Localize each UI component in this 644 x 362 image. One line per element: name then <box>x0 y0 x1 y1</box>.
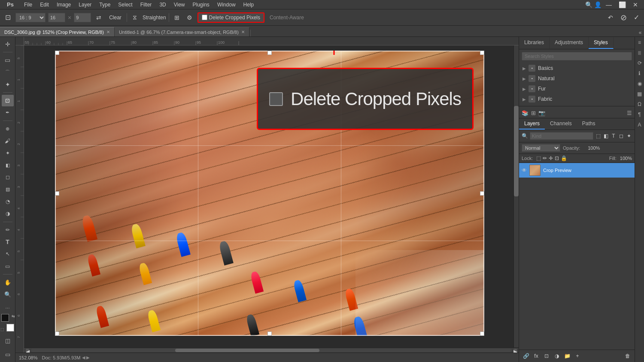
grid-icon[interactable]: ⊞ <box>172 12 182 23</box>
style-group-fabric[interactable]: ▶ ▪ Fabric <box>519 94 635 104</box>
crop-handle-br[interactable] <box>480 332 484 336</box>
scroll-left-btn[interactable]: ◀ <box>26 349 29 352</box>
user-icon[interactable]: 👤 <box>594 1 601 8</box>
add-adjustment-btn[interactable]: ◑ <box>553 352 561 360</box>
tab-libraries[interactable]: Libraries <box>519 37 550 49</box>
blend-mode-select[interactable]: Normal Multiply Screen <box>522 144 560 152</box>
status-next[interactable]: ▶ <box>86 355 90 360</box>
menu-window[interactable]: Window <box>214 1 239 9</box>
clear-button[interactable]: Clear <box>106 14 124 21</box>
styles-search-input[interactable] <box>522 52 632 60</box>
camera-icon[interactable]: 📷 <box>538 110 545 116</box>
dodge-tool[interactable]: ◑ <box>2 208 14 219</box>
style-group-basics[interactable]: ▶ ▪ Basics <box>519 63 635 73</box>
panel-icon-color[interactable]: ◉ <box>636 80 644 87</box>
path-select-tool[interactable]: ↖ <box>2 248 14 259</box>
undo-button[interactable]: ↶ <box>605 12 616 23</box>
crop-handle-tl[interactable] <box>55 51 59 55</box>
collapse-panels-icon[interactable]: « <box>636 29 644 36</box>
menu-image[interactable]: Image <box>53 1 74 9</box>
style-group-fur[interactable]: ▶ ▪ Fur <box>519 84 635 94</box>
tab-dsc3060[interactable]: DSC_3060.jpg @ 152% (Crop Preview, RGB/8… <box>0 27 115 36</box>
panel-icon-paragraph[interactable]: ¶ <box>636 111 644 118</box>
status-arrows[interactable]: ◀ ▶ <box>82 355 90 360</box>
gradient-tool[interactable]: ▧ <box>2 184 14 195</box>
tab-styles[interactable]: Styles <box>589 37 614 49</box>
tab-layers[interactable]: Layers <box>519 118 545 130</box>
link-layers-btn[interactable]: 🔗 <box>522 352 530 360</box>
panel-icon-character[interactable]: A <box>636 121 644 129</box>
minimize-btn[interactable]: — <box>603 1 614 8</box>
crop-handle-mr[interactable] <box>480 191 484 196</box>
move-tool[interactable]: ✛ <box>2 39 14 50</box>
add-group-btn[interactable]: 📁 <box>563 352 571 360</box>
zoom-tool[interactable]: 🔍 <box>2 289 14 300</box>
lock-all-icon[interactable]: 🔒 <box>561 155 567 161</box>
layer-filter-type[interactable]: T <box>611 132 617 140</box>
tab-untitled1[interactable]: Untitled-1 @ 66.7% (7.Camera-raw-smart-o… <box>115 27 249 36</box>
menu-layer[interactable]: Layer <box>75 1 95 9</box>
menu-edit[interactable]: Edit <box>36 1 52 9</box>
layer-filter-pixel[interactable]: ⬚ <box>595 132 601 140</box>
panel-icon-glyphs[interactable]: Ω <box>636 100 644 108</box>
menu-3d[interactable]: 3D <box>156 1 169 9</box>
settings-icon[interactable]: ⚙ <box>185 12 195 23</box>
tab-channels[interactable]: Channels <box>545 118 577 130</box>
restore-btn[interactable]: ⬜ <box>616 1 629 8</box>
lock-artboard-icon[interactable]: ⊡ <box>555 155 559 161</box>
scrollbar-vertical[interactable] <box>513 45 519 347</box>
crop-handle-ml[interactable] <box>55 191 59 196</box>
swap-colors-icon[interactable]: ⇆ <box>12 314 15 318</box>
more-tools[interactable]: … <box>2 301 14 312</box>
grid-view-icon[interactable]: ⊞ <box>531 110 536 116</box>
lasso-tool[interactable]: ⌒ <box>2 67 14 78</box>
commit-crop-button[interactable]: ✓ <box>631 12 641 23</box>
menu-type[interactable]: Type <box>96 1 114 9</box>
marquee-tool[interactable]: ▭ <box>2 54 14 66</box>
crop-handle-tm[interactable] <box>267 51 272 55</box>
type-tool[interactable]: T <box>2 236 14 247</box>
width-input[interactable] <box>48 13 65 22</box>
add-layer-btn[interactable]: + <box>573 352 582 360</box>
brush-tool[interactable]: 🖌 <box>2 135 14 146</box>
crop-handle-bm[interactable] <box>267 332 272 336</box>
tab-close-2[interactable]: ✕ <box>241 30 245 34</box>
crop-handle-tr[interactable] <box>480 51 484 55</box>
straighten-icon[interactable]: ⧖ <box>130 12 140 23</box>
scroll-right-btn[interactable]: ▶ <box>513 349 517 352</box>
canvas-area[interactable]: 55 60 65 70 75 80 85 90 95 100 <box>15 37 519 353</box>
opacity-value[interactable]: 100% <box>583 145 600 151</box>
quick-mask-tool[interactable]: ◫ <box>2 335 14 346</box>
layer-kind-input[interactable] <box>530 132 593 140</box>
status-prev[interactable]: ◀ <box>82 355 85 360</box>
menu-select[interactable]: Select <box>115 1 136 9</box>
layer-search-icon[interactable]: 🔍 <box>522 133 528 139</box>
lock-position-icon[interactable]: ✛ <box>549 155 553 161</box>
panel-icon-history[interactable]: ⟳ <box>636 59 644 67</box>
panel-icon-properties[interactable]: ℹ <box>636 69 644 77</box>
add-style-btn[interactable]: fx <box>532 352 541 360</box>
cancel-crop-button[interactable]: ⊘ <box>618 12 629 23</box>
menu-filter[interactable]: Filter <box>137 1 155 9</box>
layer-item-crop-preview[interactable]: 👁 Crop Preview <box>519 163 635 178</box>
panel-icon-layers[interactable]: ≡ <box>636 39 644 46</box>
scroll-thumb-h[interactable] <box>175 349 319 352</box>
menu-plugins[interactable]: Plugins <box>189 1 213 9</box>
panel-icon-channels[interactable]: ||| <box>636 49 644 57</box>
lock-pixels-icon[interactable]: ✏ <box>543 155 547 161</box>
delete-cropped-label[interactable]: Delete Cropped Pixels <box>197 12 264 23</box>
eyedropper-tool[interactable]: ✒ <box>2 107 14 118</box>
bg-color-swatch[interactable] <box>6 324 14 332</box>
layer-filter-adjust[interactable]: ◧ <box>603 132 609 140</box>
close-btn[interactable]: ✕ <box>630 1 641 8</box>
crop-handle-bl[interactable] <box>55 332 59 336</box>
tab-adjustments[interactable]: Adjustments <box>550 37 589 49</box>
search-icon[interactable]: 🔍 <box>585 1 592 8</box>
layer-visibility-icon[interactable]: 👁 <box>522 167 527 173</box>
canvas-image[interactable]: Delete Cropped Pixels <box>55 51 484 336</box>
swap-dimensions-button[interactable]: ⇄ <box>94 12 104 23</box>
shape-tool[interactable]: ▭ <box>2 261 14 272</box>
menu-file[interactable]: File <box>21 1 36 9</box>
lock-transparent-icon[interactable]: ⬚ <box>536 155 541 161</box>
fg-color-swatch[interactable] <box>1 314 9 322</box>
